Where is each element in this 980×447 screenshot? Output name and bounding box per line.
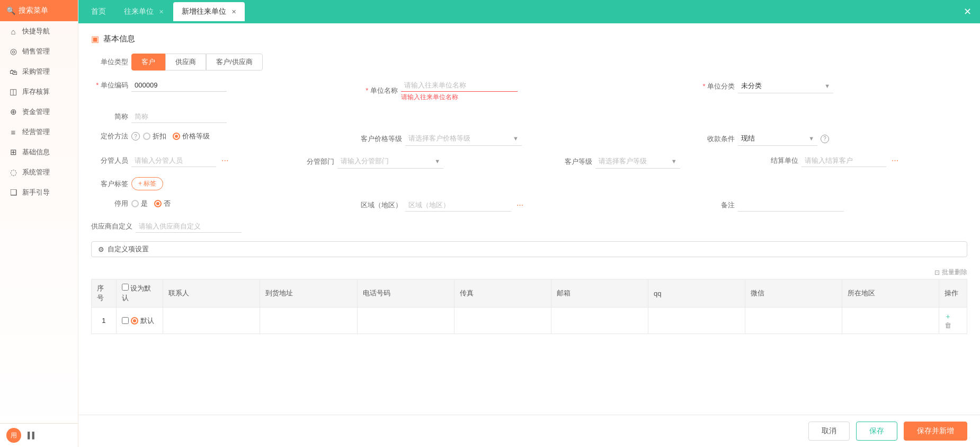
custom-settings-icon: ⚙ (98, 246, 104, 253)
payment-terms-help-icon[interactable]: ? (821, 135, 829, 143)
tab-close-new-partner[interactable]: ✕ (231, 8, 236, 15)
alias-input[interactable] (131, 110, 227, 123)
supplier-custom-label: 供应商自定义 (91, 222, 132, 231)
pricing-discount-radio[interactable]: 折扣 (143, 132, 166, 141)
pricing-label: 定价方法 (91, 132, 128, 141)
contact-table-section: ⊡ 批量删除 序号 设为默认联系人到货地址电话号码传真邮箱qq微信所在地区操作 … (91, 268, 967, 334)
sidebar-icon-system: ◌ (8, 168, 18, 177)
customer-level-label: 客户等级 (555, 157, 592, 166)
customer-price-label: 客户价格等级 (361, 134, 402, 144)
tab-bar: 首页往来单位✕新增往来单位✕ ✕ (78, 0, 980, 23)
unit-type-group: 客户供应商客户/供应商 (131, 54, 263, 71)
table-header-cell: 到货地址 (260, 279, 357, 308)
manager-input[interactable] (131, 154, 216, 167)
disable-no-radio[interactable]: 否 (154, 199, 171, 208)
section-header: ▣ 基本信息 (91, 34, 967, 44)
add-tag-button[interactable]: + 标签 (131, 177, 163, 190)
pricing-help-icon[interactable]: ? (131, 132, 140, 141)
tags-row: 客户标签 + 标签 (91, 177, 967, 190)
sidebar-item-inventory[interactable]: ◫库存核算 (0, 82, 78, 102)
alias-row: 简称 (91, 110, 967, 123)
disable-yes-radio[interactable]: 是 (131, 199, 148, 208)
pricing-price-level-radio[interactable]: 价格等级 (173, 132, 210, 141)
unit-type-label: 单位类型 (91, 57, 128, 67)
disable-label: 停用 (91, 199, 128, 208)
row-checkbox[interactable] (122, 317, 129, 324)
window-close-button[interactable]: ✕ (959, 6, 976, 17)
unit-type-row: 单位类型 客户供应商客户/供应商 (91, 54, 967, 71)
unit-type-customer-button[interactable]: 客户 (131, 54, 165, 71)
search-menu[interactable]: 🔍 搜索菜单 (0, 0, 78, 21)
batch-delete-button[interactable]: ⊡ 批量删除 (91, 268, 967, 277)
default-radio[interactable]: 默认 (131, 316, 154, 326)
unit-type-supplier-button[interactable]: 供应商 (165, 54, 206, 71)
settlement-more-icon[interactable]: ··· (892, 156, 898, 165)
unit-name-input[interactable] (401, 79, 518, 92)
table-cell-input[interactable] (654, 317, 740, 325)
code-name-category-row: 单位编码 单位名称 请输入往来单位名称 单位分类 未分类 ▼ (91, 79, 967, 102)
dept-select[interactable]: 请输入分管部门 ▼ (337, 154, 443, 169)
payment-terms-select[interactable]: 现结 ▼ (738, 132, 817, 146)
sidebar-item-finance[interactable]: ⊕资金管理 (0, 102, 78, 122)
sidebar-icon-purchase: 🛍 (8, 67, 18, 76)
table-header-cell: 序号 (92, 279, 117, 308)
table-cell-input[interactable] (557, 317, 643, 325)
table-cell-input[interactable] (363, 317, 449, 325)
table-header-cell: 邮箱 (551, 279, 648, 308)
sidebar-icon-newbie: ❑ (8, 188, 18, 197)
supplier-custom-row: 供应商自定义 (91, 220, 967, 233)
search-icon: 🔍 (6, 6, 15, 15)
dept-label: 分管部门 (297, 157, 334, 166)
region-input[interactable] (405, 199, 511, 212)
section-icon: ▣ (91, 34, 99, 44)
sidebar-item-newbie[interactable]: ❑新手引导 (0, 182, 78, 203)
unit-code-input[interactable] (131, 79, 227, 92)
batch-delete-icon: ⊡ (934, 269, 940, 276)
settlement-input[interactable] (801, 154, 886, 167)
sidebar-item-sales[interactable]: ◎销售管理 (0, 41, 78, 62)
tab-close-partner-list[interactable]: ✕ (159, 8, 164, 15)
manager-more-icon[interactable]: ··· (221, 156, 228, 165)
remark-input[interactable] (738, 199, 844, 212)
table-cell-input[interactable] (168, 317, 254, 325)
table-header-cell: 传真 (454, 279, 551, 308)
supplier-custom-input[interactable] (136, 220, 242, 233)
tab-partner-list[interactable]: 往来单位✕ (115, 2, 172, 21)
cancel-button[interactable]: 取消 (808, 422, 850, 441)
sidebar-item-purchase[interactable]: 🛍采购管理 (0, 62, 78, 82)
manager-label: 分管人员 (91, 156, 128, 165)
table-cell-input[interactable] (460, 317, 546, 325)
table-header-cell: 设为默认 (116, 279, 163, 308)
sidebar-item-quick-nav[interactable]: ⌂快捷导航 (0, 21, 78, 41)
table-header-cell: 操作 (939, 279, 967, 308)
table-cell-input[interactable] (751, 317, 836, 325)
unit-category-select[interactable]: 未分类 ▼ (738, 79, 833, 93)
section-title: 基本信息 (103, 34, 135, 44)
table-cell-input[interactable] (265, 317, 351, 325)
save-new-button[interactable]: 保存并新增 (904, 422, 967, 441)
sidebar-item-operations[interactable]: ≡经营管理 (0, 122, 78, 142)
region-more-icon[interactable]: ··· (516, 200, 523, 210)
pricing-radio-group: 折扣 价格等级 (143, 132, 210, 141)
sidebar-item-system[interactable]: ◌系统管理 (0, 162, 78, 182)
unit-type-both-button[interactable]: 客户/供应商 (206, 54, 263, 71)
alias-label: 简称 (91, 112, 128, 121)
payment-terms-label: 收款条件 (698, 134, 735, 144)
table-header-cell: 所在地区 (842, 279, 939, 308)
tab-new-partner[interactable]: 新增往来单位✕ (173, 2, 245, 21)
delete-row-icon[interactable]: 🗑 (945, 321, 951, 329)
customer-price-select[interactable]: 请选择客户价格等级 ▼ (405, 132, 522, 146)
unit-category-arrow: ▼ (824, 83, 830, 89)
custom-settings-button[interactable]: ⚙ 自定义项设置 (91, 241, 967, 257)
select-all-checkbox[interactable] (122, 284, 129, 291)
save-button[interactable]: 保存 (856, 422, 897, 441)
unit-name-label: 单位名称 (361, 86, 398, 95)
sidebar-item-basic[interactable]: ⊞基础信息 (0, 142, 78, 162)
customer-level-select[interactable]: 请选择客户等级 ▼ (595, 154, 680, 169)
add-row-icon[interactable]: ＋ (945, 312, 951, 320)
tab-home[interactable]: 首页 (83, 2, 114, 21)
unit-category-label: 单位分类 (698, 82, 735, 91)
manager-row: 分管人员 ··· 分管部门 请输入分管部门 ▼ 客户等级 请选择客户等级 ▼ 结… (91, 154, 967, 169)
main-area: 首页往来单位✕新增往来单位✕ ✕ ▣ 基本信息 单位类型 客户供应商客户/供应商… (78, 0, 980, 447)
table-cell-input[interactable] (848, 317, 933, 325)
